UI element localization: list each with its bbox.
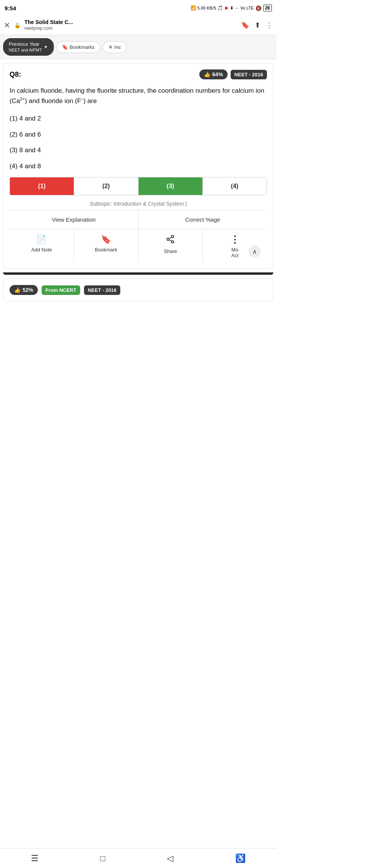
menu-nav-button[interactable]: ☰ — [25, 850, 45, 866]
action-buttons-row: View Explanation Correct %age — [10, 210, 267, 229]
tab-prev-year-label: Previous Year NEET and AIPMT — [9, 41, 42, 53]
icon-action-buttons: 📄 Add Note 🔖 Bookmark Share ⋮ MoAct — [10, 229, 267, 262]
status-right: 📶 5.00 KB/S 🎵 ⏺ ⬇ ··· Vo LTE 🔇 26 — [191, 5, 272, 11]
status-bar: 9:54 📶 5.00 KB/S 🎵 ⏺ ⬇ ··· Vo LTE 🔇 26 — [0, 0, 276, 15]
share-button[interactable]: Share — [139, 229, 203, 262]
share-browser-icon[interactable]: ⬆ — [255, 21, 260, 29]
browser-url: neetprep.com — [24, 26, 237, 31]
more-actions-button[interactable]: ⋮ MoAct ∧ — [203, 229, 267, 262]
more-browser-icon[interactable]: ⋮ — [266, 21, 273, 29]
next-like-badge: 👍 52% — [10, 285, 38, 295]
bookmark-tab-icon: 🔖 — [62, 44, 68, 50]
next-thumbs-up-icon: 👍 — [14, 287, 21, 293]
next-like-percent: 52% — [23, 287, 33, 293]
icon-actions-row: 📄 Add Note 🔖 Bookmark Share ⋮ MoAct — [10, 229, 267, 262]
browser-bar: ✕ 🔒 The Solid State C... neetprep.com 🔖 … — [0, 15, 276, 35]
subtopic-label: Subtopic: Introduction & Crystal System … — [10, 201, 267, 207]
music-icon: 🎵 — [217, 5, 223, 11]
add-note-label: Add Note — [31, 247, 52, 253]
like-badge: 👍 64% — [199, 69, 228, 79]
option-4[interactable]: (4) 4 and 8 — [10, 161, 267, 171]
correct-percentage-button[interactable]: Correct %age — [139, 210, 267, 229]
answer-selection-row: (1) (2) (3) (4) — [10, 177, 267, 195]
sound-icon: 🔇 — [255, 5, 262, 11]
nav-tabs: Previous Year NEET and AIPMT ▼ 🔖 Bookmar… — [0, 35, 276, 59]
bookmark-icon: 🔖 — [101, 235, 111, 245]
status-icons: 📶 5.00 KB/S 🎵 ⏺ ⬇ ··· — [191, 5, 239, 11]
answer-btn-1[interactable]: (1) — [10, 177, 74, 195]
more-icon: ⋮ — [230, 235, 240, 245]
question-header: Q8: 👍 64% NEET - 2016 — [10, 69, 267, 79]
back-nav-button[interactable]: ◁ — [161, 850, 179, 866]
answer-btn-2[interactable]: (2) — [74, 177, 138, 195]
tab-bookmarks[interactable]: 🔖 Bookmarks — [56, 41, 100, 53]
svg-point-1 — [167, 238, 169, 240]
share-label: Share — [164, 248, 177, 254]
question-text: In calcium fluoride, having the fluorite… — [10, 85, 267, 106]
home-nav-button[interactable]: □ — [94, 850, 111, 866]
browser-page-title: The Solid State C... — [24, 19, 237, 26]
more-actions-label: MoAct — [231, 247, 239, 258]
bookmark-label: Bookmark — [95, 247, 117, 253]
tab-previous-year[interactable]: Previous Year NEET and AIPMT ▼ — [3, 38, 54, 56]
lte-icon: Vo LTE — [240, 6, 254, 10]
lock-icon: 🔒 — [14, 22, 21, 28]
network-speed: 5.00 KB/S — [197, 6, 217, 10]
tab-incorrect[interactable]: ✕ Inc — [103, 41, 127, 53]
option-2[interactable]: (2) 6 and 6 — [10, 130, 267, 140]
svg-point-2 — [171, 241, 174, 243]
tab-bookmarks-label: Bookmarks — [70, 44, 95, 50]
download-icon: ⬇ — [230, 5, 234, 11]
question-number: Q8: — [10, 71, 21, 79]
thumbs-up-icon: 👍 — [204, 71, 210, 77]
svg-point-0 — [171, 235, 174, 238]
status-time: 9:54 — [5, 5, 16, 11]
answer-btn-3[interactable]: (3) — [139, 177, 203, 195]
bookmark-button[interactable]: 🔖 Bookmark — [74, 229, 139, 262]
question-card: Q8: 👍 64% NEET - 2016 In calcium fluorid… — [3, 63, 273, 269]
next-ncert-badge: From NCERT — [42, 285, 80, 295]
like-percent: 64% — [212, 71, 223, 77]
close-tab-button[interactable]: ✕ — [4, 21, 10, 30]
chevron-down-icon: ▼ — [44, 45, 48, 49]
more-status-icon: ··· — [235, 5, 239, 11]
add-note-icon: 📄 — [36, 235, 47, 245]
add-note-button[interactable]: 📄 Add Note — [10, 229, 74, 262]
next-question-teaser: 👍 52% From NCERT NEET - 2016 — [3, 279, 273, 301]
svg-line-3 — [169, 240, 172, 242]
share-icon — [166, 235, 175, 246]
incorrect-tab-icon: ✕ — [108, 44, 113, 50]
question-badges: 👍 64% NEET - 2016 — [199, 69, 267, 79]
view-explanation-button[interactable]: View Explanation — [10, 210, 139, 229]
svg-line-4 — [169, 237, 172, 239]
answer-btn-4[interactable]: (4) — [203, 177, 267, 195]
bottom-navigation: ☰ □ ◁ ♿ — [0, 848, 276, 868]
browser-actions: 🔖 ⬆ ⋮ — [241, 21, 273, 29]
option-3[interactable]: (3) 8 and 4 — [10, 145, 267, 155]
browser-title-block: The Solid State C... neetprep.com — [24, 19, 237, 31]
battery-indicator: 26 — [263, 5, 272, 11]
tab-incorrect-label: Inc — [115, 44, 121, 50]
collapse-button[interactable]: ∧ — [249, 245, 261, 258]
bookmark-browser-icon[interactable]: 🔖 — [241, 21, 249, 29]
record-icon: ⏺ — [224, 5, 229, 11]
accessibility-nav-button[interactable]: ♿ — [229, 850, 252, 866]
dark-separator-bar — [3, 272, 273, 275]
exam-tag-badge: NEET - 2016 — [231, 70, 267, 79]
next-neet-badge: NEET - 2016 — [84, 285, 120, 295]
option-1[interactable]: (1) 4 and 2 — [10, 114, 267, 124]
signal-icon: 📶 — [191, 5, 196, 11]
